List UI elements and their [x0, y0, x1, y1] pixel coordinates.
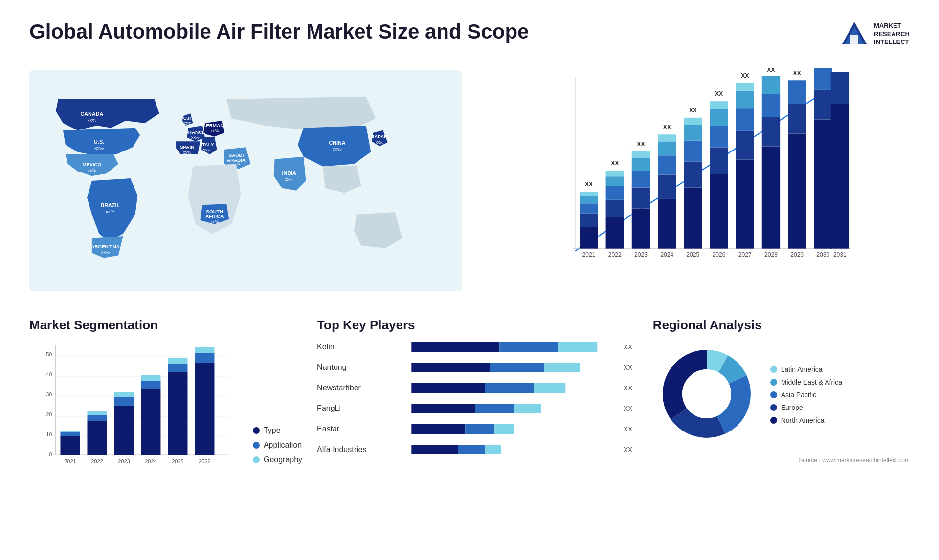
svg-rect-47 — [684, 161, 702, 187]
mexico-label: MEXICO — [82, 162, 101, 167]
svg-rect-25 — [606, 217, 624, 248]
world-map-container: CANADA xx% U.S. xx% MEXICO xx% BRAZIL xx… — [29, 64, 462, 298]
svg-rect-60 — [736, 160, 754, 249]
svg-rect-136 — [494, 424, 514, 434]
svg-rect-99 — [60, 432, 80, 436]
svg-rect-55 — [710, 126, 728, 148]
svg-rect-132 — [475, 404, 514, 413]
japan-label: JAPAN — [372, 134, 388, 139]
player-bar-alfa — [401, 443, 618, 456]
svg-rect-123 — [499, 342, 558, 352]
player-bar-eastar — [401, 422, 618, 436]
world-map-svg: CANADA xx% U.S. xx% MEXICO xx% BRAZIL xx… — [29, 64, 462, 298]
svg-rect-36 — [632, 151, 650, 158]
legend-la-dot — [770, 366, 777, 373]
logo-text: MARKET RESEARCH INTELLECT — [874, 22, 910, 47]
svg-rect-39 — [658, 199, 676, 249]
svg-rect-108 — [114, 392, 134, 397]
players-section: Top Key Players Kelin XX Nantong — [317, 318, 638, 456]
svg-text:40: 40 — [46, 371, 52, 377]
svg-text:2022: 2022 — [608, 251, 622, 258]
svg-rect-69 — [762, 94, 780, 117]
svg-rect-128 — [411, 383, 485, 393]
players-title: Top Key Players — [317, 318, 638, 333]
legend-asia-pacific: Asia Pacific — [770, 391, 842, 399]
svg-text:xx%: xx% — [210, 219, 219, 224]
legend-geo-dot — [253, 456, 260, 463]
spain-label: SPAIN — [180, 144, 194, 150]
segmentation-title: Market Segmentation — [29, 318, 302, 333]
svg-rect-127 — [544, 363, 580, 372]
legend-type: Type — [253, 426, 302, 435]
seg-chart-area: 0 10 20 30 40 50 — [29, 340, 243, 479]
player-name-fangli: FangLi — [317, 404, 395, 413]
bar-chart-container: XX 2021 XX 2022 XX 2023 — [482, 64, 910, 298]
svg-rect-124 — [558, 342, 597, 352]
legend-application: Application — [253, 441, 302, 450]
svg-rect-67 — [762, 147, 780, 249]
svg-rect-49 — [684, 125, 702, 141]
svg-rect-57 — [710, 101, 728, 109]
legend-ap-label: Asia Pacific — [781, 391, 816, 399]
bar-chart-svg: XX 2021 XX 2022 XX 2023 — [506, 68, 900, 274]
svg-text:2025: 2025 — [172, 458, 183, 464]
svg-text:10: 10 — [46, 431, 52, 437]
svg-text:2027: 2027 — [738, 251, 752, 258]
player-bar-fangli — [401, 402, 618, 415]
svg-text:xx%: xx% — [183, 150, 191, 155]
brazil-label: BRAZIL — [100, 202, 120, 208]
legend-eu-label: Europe — [781, 404, 803, 411]
bottom-section: Market Segmentation 0 10 20 30 40 5 — [29, 318, 910, 479]
player-xx-nantong: XX — [624, 364, 638, 371]
svg-text:ARABIA: ARABIA — [227, 157, 246, 163]
svg-rect-73 — [788, 133, 806, 248]
player-name-alfa: Alfa Industries — [317, 445, 395, 454]
svg-rect-125 — [411, 363, 490, 372]
svg-text:xx%: xx% — [94, 145, 104, 151]
legend-na-dot — [770, 417, 777, 424]
seg-chart-wrapper: 0 10 20 30 40 50 — [29, 340, 302, 479]
bar-2021-seg2 — [580, 214, 598, 227]
svg-text:2030: 2030 — [817, 251, 830, 258]
svg-rect-48 — [684, 140, 702, 161]
source-text: Source : www.marketresearchintellect.com — [653, 457, 910, 464]
svg-rect-26 — [606, 200, 624, 217]
china-label: CHINA — [329, 140, 345, 146]
svg-rect-43 — [658, 134, 676, 141]
svg-text:xx%: xx% — [191, 135, 200, 140]
svg-rect-78 — [814, 120, 832, 249]
svg-text:xx%: xx% — [101, 250, 110, 255]
svg-rect-137 — [411, 445, 458, 454]
svg-rect-32 — [632, 209, 650, 249]
logo-area: MARKET RESEARCH INTELLECT — [840, 20, 910, 49]
player-bar-nantong — [401, 361, 618, 374]
us-label: U.S. — [94, 139, 104, 145]
svg-rect-62 — [736, 108, 754, 131]
svg-text:2023: 2023 — [634, 251, 648, 258]
legend-app-label: Application — [264, 441, 302, 450]
svg-rect-133 — [514, 404, 541, 413]
svg-rect-41 — [658, 155, 676, 174]
svg-rect-2 — [850, 35, 858, 44]
svg-rect-135 — [465, 424, 494, 434]
player-xx-newstarfiber: XX — [624, 384, 638, 392]
svg-rect-54 — [710, 147, 728, 174]
svg-text:XX: XX — [793, 70, 801, 77]
svg-rect-104 — [87, 411, 107, 415]
svg-text:2021: 2021 — [64, 458, 76, 464]
svg-rect-83 — [831, 72, 849, 104]
uk-label: U.K. — [183, 115, 193, 121]
svg-text:2024: 2024 — [660, 251, 673, 258]
svg-rect-129 — [485, 383, 534, 393]
svg-rect-50 — [684, 118, 702, 125]
svg-text:AFRICA: AFRICA — [205, 214, 224, 219]
svg-rect-80 — [814, 68, 832, 90]
svg-rect-28 — [606, 176, 624, 186]
svg-rect-120 — [195, 347, 214, 353]
legend-na-label: North America — [781, 416, 825, 424]
page-wrapper: Global Automobile Air Filter Market Size… — [0, 0, 939, 560]
svg-rect-110 — [141, 389, 160, 455]
svg-rect-35 — [632, 158, 650, 171]
svg-rect-102 — [87, 421, 107, 455]
svg-text:xx%: xx% — [88, 168, 96, 173]
